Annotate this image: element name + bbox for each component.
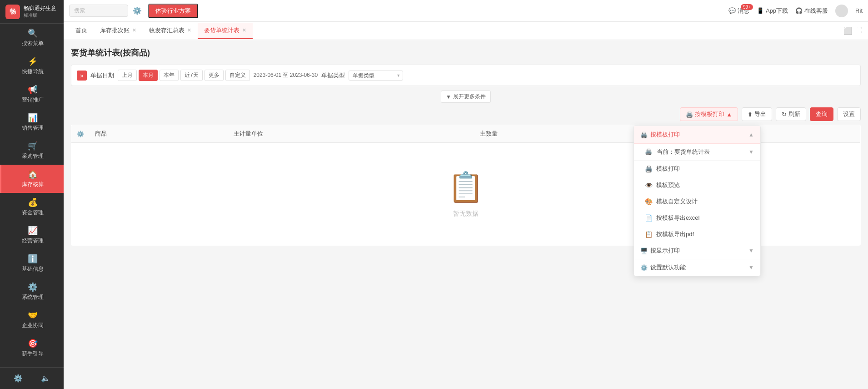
- online-service-label: 在线客服: [804, 7, 828, 15]
- query-button[interactable]: 查询: [810, 107, 833, 121]
- default-function-section: ⚙️ 设置默认功能 ▼: [634, 259, 760, 276]
- print-dropdown-item-export_pdf[interactable]: 📋 按模板导出pdf: [634, 226, 760, 242]
- sidebar-item-operations[interactable]: 📈 经营管理: [0, 221, 64, 249]
- sidebar-item-shortcut[interactable]: ⚡ 快捷导航: [0, 52, 64, 80]
- export_pdf-icon: 📋: [645, 231, 653, 238]
- current-template-section: 🖨️ 当前：要货单统计表 ▼: [634, 144, 760, 161]
- tab-expand-icon[interactable]: ⛶: [855, 26, 863, 35]
- settings-icon[interactable]: ⚙️: [14, 374, 23, 383]
- cooperation-icon: 🤝: [28, 310, 38, 320]
- default-function-toggle[interactable]: ⚙️ 设置默认功能 ▼: [634, 259, 760, 276]
- refresh-label: 刷新: [788, 110, 800, 118]
- page-title: 要货单统计表(按商品): [71, 47, 861, 58]
- sidebar-item-finance[interactable]: 💰 资金管理: [0, 193, 64, 221]
- sidebar-item-system[interactable]: ⚙️ 系统管理: [0, 278, 64, 306]
- tab-order_stats[interactable]: 要货单统计表✕: [198, 23, 253, 39]
- default-function-arrow: ▼: [748, 264, 754, 271]
- sidebar-item-label: 企业协同: [22, 322, 44, 329]
- date-option-上月[interactable]: 上月: [118, 70, 137, 81]
- sidebar-item-basic[interactable]: ℹ️ 基础信息: [0, 249, 64, 278]
- display-print-section: 🖥️ 按显示打印 ▼: [634, 242, 760, 259]
- tab-receipt_summary[interactable]: 收发存汇总表✕: [143, 23, 198, 39]
- message-icon: 💬: [728, 7, 736, 14]
- sidebar-item-cooperation[interactable]: 🤝 企业协同: [0, 306, 64, 334]
- empty-text: 暂无数据: [453, 210, 479, 218]
- sidebar-item-inventory[interactable]: 🏠 库存核算: [0, 165, 64, 193]
- sidebar-item-label: 采购管理: [22, 152, 44, 160]
- message-badge: 99+: [741, 4, 753, 10]
- refresh-button[interactable]: ↻ 刷新: [776, 107, 806, 121]
- inventory-icon: 🏠: [28, 169, 38, 179]
- export-button[interactable]: ⬆ 导出: [742, 107, 772, 121]
- trial-button[interactable]: 体验行业方案: [148, 4, 198, 18]
- sidebar-item-search[interactable]: 🔍 搜索菜单: [0, 24, 64, 52]
- sidebar-item-label: 系统管理: [22, 293, 44, 301]
- sidebar: 畅 畅赚通好生意 标准版 🔍 搜索菜单⚡ 快捷导航📢 营销推广📊 销售管理🛒 采…: [0, 0, 64, 389]
- sidebar-item-purchase[interactable]: 🛒 采购管理: [0, 136, 64, 165]
- search-placeholder-text: 搜索: [74, 7, 85, 15]
- date-range-display: 2023-06-01 至 2023-06-30: [254, 71, 318, 79]
- template_preview-label: 模板预览: [656, 181, 680, 189]
- print-dropdown-item-export_excel[interactable]: 📄 按模板导出excel: [634, 210, 760, 226]
- tab-batch_accounts[interactable]: 库存批次账✕: [94, 23, 143, 39]
- tab-close-receipt_summary[interactable]: ✕: [187, 27, 191, 33]
- type-select[interactable]: 单据类型: [349, 71, 403, 81]
- tab-label-order_stats: 要货单统计表: [204, 26, 239, 35]
- expand-label: 展开更多条件: [453, 93, 486, 101]
- topbar-gear-icon[interactable]: ⚙️: [133, 6, 142, 15]
- sidebar-item-marketing[interactable]: 📢 营销推广: [0, 80, 64, 108]
- table-settings-icon[interactable]: ⚙️: [77, 131, 84, 137]
- print-dropdown-close-icon[interactable]: ▲: [748, 131, 754, 138]
- sidebar-item-newguide[interactable]: 🎯 新手引导: [0, 334, 64, 362]
- online-service-button[interactable]: 🎧 在线客服: [795, 7, 828, 15]
- filter-expand-button[interactable]: »: [77, 71, 87, 81]
- basic-icon: ℹ️: [28, 254, 38, 264]
- print-dropdown-item-template_print[interactable]: 🖨️ 模板打印: [634, 161, 760, 177]
- sidebar-item-label: 营销推广: [22, 96, 44, 104]
- sidebar-item-appcenter[interactable]: 📱 应用中心: [0, 362, 64, 367]
- tab-maximize-icon[interactable]: ⬜: [843, 26, 853, 35]
- tab-close-batch_accounts[interactable]: ✕: [132, 27, 136, 33]
- print-dropdown-item-template_custom[interactable]: 🎨 模板自定义设计: [634, 193, 760, 210]
- date-option-本月[interactable]: 本月: [139, 70, 158, 81]
- sidebar-item-label: 经营管理: [22, 237, 44, 245]
- display-print-toggle[interactable]: 🖥️ 按显示打印 ▼: [634, 242, 760, 259]
- user-name: Rit: [855, 7, 863, 14]
- filter-bar: » 单据日期 上月本月本年近7天更多自定义 2023-06-01 至 2023-…: [71, 65, 861, 86]
- sound-icon[interactable]: 🔈: [41, 374, 50, 383]
- template_custom-label: 模板自定义设计: [656, 197, 698, 206]
- marketing-icon: 📢: [28, 85, 38, 95]
- template_custom-icon: 🎨: [645, 198, 653, 205]
- app-download-button[interactable]: 📱 App下载: [757, 7, 788, 15]
- display-print-label: 按显示打印: [650, 247, 680, 255]
- user-avatar[interactable]: [835, 5, 848, 17]
- current-template-label: 🖨️ 当前：要货单统计表: [645, 148, 710, 156]
- topbar-right: 💬 消息 99+ 📱 App下载 🎧 在线客服 Rit: [728, 5, 863, 17]
- settings-label: 设置: [843, 110, 855, 118]
- expand-more-button[interactable]: ▼ 展开更多条件: [441, 91, 491, 103]
- current-template-item[interactable]: 🖨️ 当前：要货单统计表 ▼: [634, 144, 760, 160]
- export_excel-icon: 📄: [645, 214, 653, 222]
- toolbar: 🖨️ 按模板打印 ▲ ⬆ 导出 ↻ 刷新 查询 设置: [71, 107, 861, 121]
- tab-label-home: 首页: [75, 26, 87, 35]
- tab-close-order_stats[interactable]: ✕: [242, 27, 246, 33]
- message-button[interactable]: 💬 消息 99+: [728, 7, 749, 15]
- date-option-更多[interactable]: 更多: [205, 70, 224, 81]
- app-download-label: App下载: [766, 7, 788, 15]
- tab-home[interactable]: 首页: [69, 23, 94, 39]
- print-template-button[interactable]: 🖨️ 按模板打印 ▲: [680, 107, 738, 121]
- finance-icon: 💰: [28, 197, 38, 207]
- settings-button[interactable]: 设置: [837, 107, 861, 121]
- tab-label-batch_accounts: 库存批次账: [100, 26, 130, 35]
- type-filter-label: 单据类型: [321, 71, 345, 80]
- date-option-本年[interactable]: 本年: [160, 70, 179, 81]
- date-option-近7天[interactable]: 近7天: [180, 70, 203, 81]
- default-function-icon: ⚙️: [640, 264, 648, 271]
- print-dropdown-item-template_preview[interactable]: 👁️ 模板预览: [634, 177, 760, 193]
- online-service-icon: 🎧: [795, 7, 803, 14]
- table-col-3: 主数量: [474, 125, 649, 143]
- template_preview-icon: 👁️: [645, 182, 653, 189]
- sidebar-item-sales[interactable]: 📊 销售管理: [0, 108, 64, 136]
- date-option-自定义[interactable]: 自定义: [225, 70, 250, 81]
- search-bar[interactable]: 搜索: [69, 5, 128, 17]
